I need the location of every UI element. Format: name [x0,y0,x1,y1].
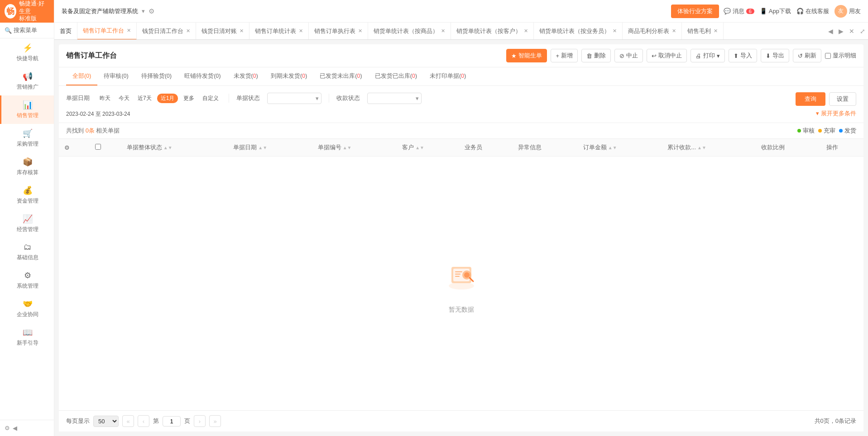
tab-close-sales-order-execute[interactable]: ✕ [358,28,362,34]
show-detail-checkbox[interactable] [825,53,831,59]
tab-close-product-margin[interactable]: ✕ [672,28,676,34]
tab-sales-stats-staff[interactable]: 销货单统计表（按业务员）✕ [534,23,623,40]
tab-product-margin[interactable]: 商品毛利分析表✕ [623,23,682,40]
date-option-近1月[interactable]: 近1月 [157,94,178,103]
tab-close-cash-daily[interactable]: ✕ [186,28,190,34]
sales-label: 销售管理 [17,112,38,119]
filter-tab-shipped-out[interactable]: 已发货已出库(0) [369,67,423,85]
filter-tab-overdue-not-shipped[interactable]: 到期未发货(0) [264,67,313,85]
delete-button[interactable]: 🗑 删除 [581,49,611,62]
tab-close-sales-order-workbench[interactable]: ✕ [127,28,131,33]
search-menu[interactable]: 🔍 搜索菜单 [0,23,54,38]
tab-close-sales-stats-customer[interactable]: ✕ [524,28,528,34]
th-status[interactable]: 单据整体状态▲▼ [121,139,228,156]
sidebar-item-cooperation[interactable]: 🤝 企业协同 [0,294,54,323]
query-button[interactable]: 查询 [796,92,825,106]
th-label-salesperson: 业务员 [465,144,482,151]
settings-icon[interactable]: ⚙ [5,425,10,431]
select-all-checkbox[interactable] [95,144,101,150]
sidebar-item-system[interactable]: ⚙ 系统管理 [0,266,54,294]
sidebar-item-finance[interactable]: 💰 资金管理 [0,181,54,209]
tab-sales-stats-customer[interactable]: 销货单统计表（按客户）✕ [451,23,534,40]
toolbar-action-review[interactable]: 审核 [797,127,815,135]
online-service-button[interactable]: 🎧 在线客服 [796,7,829,15]
toolbar-action-ship[interactable]: 发货 [839,127,856,135]
sidebar-item-guide[interactable]: 📖 新手引导 [0,323,54,351]
expand-filter-button[interactable]: ▾ 展开更多条件 [816,109,856,118]
date-option-更多[interactable]: 更多 [181,94,197,103]
tab-close-sales-profit[interactable]: ✕ [714,28,718,34]
tab-maximize-icon[interactable]: ⤢ [857,28,868,35]
sidebar-item-quick-nav[interactable]: ⚡ 快捷导航 [0,38,54,67]
tab-close-cash-reconcile[interactable]: ✕ [240,28,244,34]
tab-close-sales-stats-product[interactable]: ✕ [441,28,445,34]
th-received[interactable]: 累计收款...▲▼ [662,139,756,156]
tab-cash-reconcile[interactable]: 钱货日清对账✕ [196,23,249,40]
user-menu[interactable]: 友 用友 [834,5,861,18]
topbar-settings-icon[interactable]: ⚙ [149,7,154,15]
smart-create-button[interactable]: ★ 智能生单 [506,49,547,62]
add-button[interactable]: + 新增 [551,49,578,62]
tab-close-sales-order-stats[interactable]: ✕ [299,28,303,34]
th-date[interactable]: 单据日期▲▼ [228,139,312,156]
message-button[interactable]: 💬 消息 6 [724,7,754,15]
tab-scroll-left-icon[interactable]: ◀ [825,28,836,35]
sidebar-item-purchase[interactable]: 🛒 采购管理 [0,124,54,152]
filter-tab-pending-review[interactable]: 待审核(0) [97,67,134,85]
topbar-dropdown-icon[interactable]: ▾ [142,8,145,14]
tab-sales-stats-product[interactable]: 销货单统计表（按商品）✕ [368,23,451,40]
filter-tab-all[interactable]: 全部(0) [66,67,97,85]
tab-scroll-right-icon[interactable]: ▶ [836,28,846,35]
date-option-昨天[interactable]: 昨天 [97,94,113,103]
filter-tab-wangpu-pending[interactable]: 旺铺待发货(0) [178,67,227,85]
tab-sales-order-workbench[interactable]: 销售订单工作台✕ [77,23,137,40]
tab-cash-daily[interactable]: 钱货日清工作台✕ [137,23,196,40]
date-option-近7天[interactable]: 近7天 [135,94,154,103]
prev-page-button[interactable]: ‹ [138,415,149,427]
industry-solution-button[interactable]: 体验行业方案 [671,5,719,18]
date-option-今天[interactable]: 今天 [116,94,132,103]
tab-home[interactable]: 首页 [54,23,77,40]
print-dropdown-icon[interactable]: ▾ [717,52,720,59]
cancel-stop-button[interactable]: ↩ 取消中止 [647,49,687,62]
payment-select[interactable] [367,93,422,104]
toolbar-action-unreviewed[interactable]: 充审 [818,127,835,135]
th-amount[interactable]: 订单金额▲▼ [578,139,662,156]
export-button[interactable]: ⬇ 导出 [761,49,789,62]
filter-tab-not-printed[interactable]: 未打印单据(0) [423,67,472,85]
stop-button[interactable]: ⊘ 中止 [614,49,643,62]
date-option-自定义[interactable]: 自定义 [200,94,221,103]
next-page-button[interactable]: › [194,415,206,427]
last-page-button[interactable]: » [209,415,221,427]
page-number-input[interactable] [163,416,181,427]
first-page-button[interactable]: « [122,415,134,427]
import-button[interactable]: ⬆ 导入 [729,49,757,62]
settings-col-icon[interactable]: ⚙ [64,144,70,151]
print-button[interactable]: 🖨 打印 ▾ [691,49,725,62]
collapse-icon[interactable]: ◀ [13,425,17,431]
show-detail-label[interactable]: 显示明细 [825,52,856,60]
filter-tab-pending-inspect[interactable]: 待择验货(0) [135,67,178,85]
th-number[interactable]: 单据编号▲▼ [312,139,397,156]
sidebar-item-basic[interactable]: 🗂 基础信息 [0,238,54,266]
app-download-button[interactable]: 📱 App下载 [760,7,791,15]
th-customer[interactable]: 客户▲▼ [397,139,459,156]
sidebar-item-inventory[interactable]: 📦 库存核算 [0,152,54,181]
sidebar-item-marketing[interactable]: 📢 营销推广 [0,67,54,95]
tab-sales-profit[interactable]: 销售毛利✕ [682,23,724,40]
tab-sales-order-stats[interactable]: 销售订单统计表✕ [249,23,309,40]
tab-close-all-icon[interactable]: ✕ [846,28,857,35]
sort-icon-number: ▲▼ [343,145,352,150]
filter-tab-shipped-not-out[interactable]: 已发货未出库(0) [313,67,368,85]
sidebar-item-operation[interactable]: 📈 经营管理 [0,209,54,238]
tab-sales-order-execute[interactable]: 销售订单执行表✕ [309,23,368,40]
set-button[interactable]: 设置 [829,92,856,106]
table-scroll-area[interactable]: ⚙单据整体状态▲▼单据日期▲▼单据编号▲▼客户▲▼业务员异常信息订单金额▲▼累计… [59,139,863,156]
filter-tab-not-shipped[interactable]: 未发货(0) [227,67,264,85]
page-size-select[interactable]: 50 10 20 100 [93,416,119,427]
sidebar-item-sales[interactable]: 📊 销售管理 [0,95,54,124]
sidebar-bottom[interactable]: ⚙ ◀ [0,420,54,436]
status-select[interactable] [267,93,321,104]
refresh-button[interactable]: ↺ 刷新 [793,49,821,62]
tab-close-sales-stats-staff[interactable]: ✕ [613,28,617,34]
